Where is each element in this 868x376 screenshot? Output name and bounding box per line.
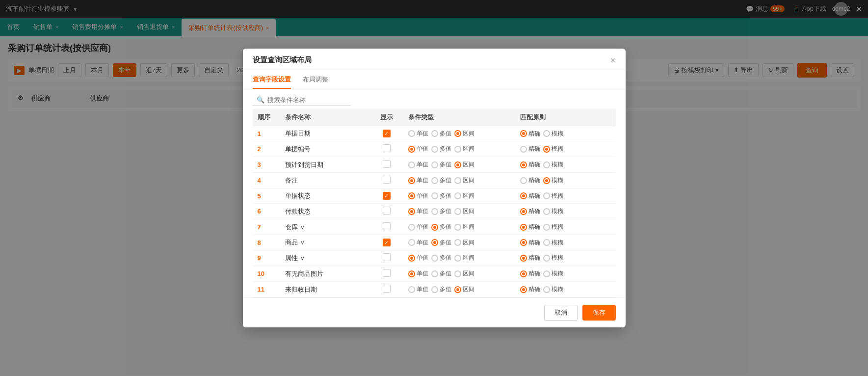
radio-circle[interactable]	[431, 177, 438, 184]
radio-circle[interactable]	[454, 286, 461, 293]
radio-item-type[interactable]: 多值	[431, 239, 451, 247]
radio-item-match[interactable]: 模糊	[543, 223, 563, 231]
radio-circle[interactable]	[543, 161, 550, 168]
radio-item-type[interactable]: 区间	[454, 145, 474, 153]
cancel-button[interactable]: 取消	[544, 305, 578, 321]
radio-item-type[interactable]: 单值	[408, 145, 428, 153]
radio-item-match[interactable]: 精确	[520, 269, 540, 278]
radio-item-type[interactable]: 单值	[408, 207, 428, 215]
radio-circle[interactable]	[520, 208, 527, 215]
radio-item-type[interactable]: 区间	[454, 192, 474, 200]
radio-circle[interactable]	[431, 208, 438, 215]
radio-item-match[interactable]: 精确	[520, 207, 540, 215]
radio-circle[interactable]	[431, 161, 438, 168]
radio-circle[interactable]	[408, 270, 415, 277]
radio-circle[interactable]	[431, 270, 438, 277]
radio-circle[interactable]	[431, 255, 438, 262]
radio-item-type[interactable]: 多值	[431, 192, 451, 200]
radio-circle[interactable]	[520, 224, 527, 231]
radio-circle[interactable]	[543, 255, 550, 262]
radio-circle[interactable]	[543, 208, 550, 215]
radio-item-match[interactable]: 精确	[520, 130, 540, 138]
radio-item-type[interactable]: 多值	[431, 130, 451, 138]
radio-circle[interactable]	[408, 161, 415, 168]
radio-circle[interactable]	[408, 208, 415, 215]
tab-layout[interactable]: 布局调整	[303, 70, 328, 89]
radio-item-type[interactable]: 单值	[408, 223, 428, 231]
radio-item-type[interactable]: 区间	[454, 285, 474, 294]
radio-item-match[interactable]: 精确	[520, 223, 540, 231]
show-checkbox[interactable]	[383, 130, 391, 137]
show-checkbox[interactable]	[383, 160, 391, 168]
radio-circle[interactable]	[408, 224, 415, 231]
radio-item-type[interactable]: 区间	[454, 254, 474, 262]
radio-item-match[interactable]: 模糊	[543, 269, 563, 278]
radio-item-type[interactable]: 区间	[454, 176, 474, 185]
radio-item-type[interactable]: 区间	[454, 207, 474, 215]
radio-circle[interactable]	[520, 130, 527, 137]
radio-item-match[interactable]: 精确	[520, 192, 540, 200]
search-input[interactable]	[267, 96, 346, 104]
show-checkbox[interactable]	[383, 192, 391, 200]
radio-circle[interactable]	[408, 286, 415, 293]
radio-item-match[interactable]: 精确	[520, 176, 540, 185]
radio-circle[interactable]	[454, 270, 461, 277]
radio-item-type[interactable]: 多值	[431, 285, 451, 294]
show-checkbox[interactable]	[383, 222, 391, 230]
radio-item-match[interactable]: 精确	[520, 285, 540, 294]
radio-circle[interactable]	[543, 224, 550, 231]
save-button[interactable]: 保存	[582, 305, 616, 321]
radio-item-type[interactable]: 单值	[408, 161, 428, 169]
radio-item-type[interactable]: 单值	[408, 254, 428, 262]
radio-item-match[interactable]: 模糊	[543, 176, 563, 185]
radio-item-type[interactable]: 单值	[408, 239, 428, 247]
radio-item-match[interactable]: 模糊	[543, 285, 563, 294]
radio-circle[interactable]	[431, 130, 438, 137]
radio-item-type[interactable]: 多值	[431, 269, 451, 278]
radio-circle[interactable]	[520, 146, 527, 153]
radio-circle[interactable]	[543, 146, 550, 153]
radio-circle[interactable]	[408, 146, 415, 153]
radio-item-match[interactable]: 模糊	[543, 161, 563, 169]
radio-item-type[interactable]: 多值	[431, 254, 451, 262]
show-checkbox[interactable]	[383, 269, 391, 277]
radio-circle[interactable]	[408, 192, 415, 199]
radio-item-type[interactable]: 区间	[454, 130, 474, 138]
dialog-close-btn[interactable]: ×	[610, 56, 616, 65]
radio-circle[interactable]	[454, 177, 461, 184]
radio-item-type[interactable]: 单值	[408, 269, 428, 278]
radio-circle[interactable]	[454, 224, 461, 231]
radio-circle[interactable]	[543, 286, 550, 293]
radio-item-type[interactable]: 区间	[454, 239, 474, 247]
radio-circle[interactable]	[408, 255, 415, 262]
radio-item-match[interactable]: 模糊	[543, 130, 563, 138]
radio-circle[interactable]	[520, 239, 527, 246]
radio-circle[interactable]	[408, 177, 415, 184]
radio-item-match[interactable]: 精确	[520, 254, 540, 262]
radio-item-type[interactable]: 单值	[408, 192, 428, 200]
radio-circle[interactable]	[543, 192, 550, 199]
radio-circle[interactable]	[520, 161, 527, 168]
radio-circle[interactable]	[454, 146, 461, 153]
radio-item-type[interactable]: 多值	[431, 207, 451, 215]
radio-item-match[interactable]: 模糊	[543, 145, 563, 153]
radio-item-type[interactable]: 区间	[454, 223, 474, 231]
radio-item-match[interactable]: 模糊	[543, 192, 563, 200]
radio-item-match[interactable]: 精确	[520, 145, 540, 153]
radio-circle[interactable]	[520, 270, 527, 277]
radio-circle[interactable]	[431, 239, 438, 246]
radio-circle[interactable]	[520, 192, 527, 199]
radio-item-type[interactable]: 单值	[408, 285, 428, 294]
radio-item-type[interactable]: 区间	[454, 161, 474, 169]
radio-circle[interactable]	[543, 177, 550, 184]
radio-item-match[interactable]: 模糊	[543, 207, 563, 215]
radio-circle[interactable]	[454, 239, 461, 246]
radio-circle[interactable]	[431, 286, 438, 293]
radio-circle[interactable]	[454, 208, 461, 215]
radio-item-type[interactable]: 区间	[454, 269, 474, 278]
radio-circle[interactable]	[408, 130, 415, 137]
radio-item-type[interactable]: 单值	[408, 176, 428, 185]
radio-circle[interactable]	[408, 239, 415, 246]
radio-item-match[interactable]: 精确	[520, 161, 540, 169]
show-checkbox[interactable]	[383, 253, 391, 261]
